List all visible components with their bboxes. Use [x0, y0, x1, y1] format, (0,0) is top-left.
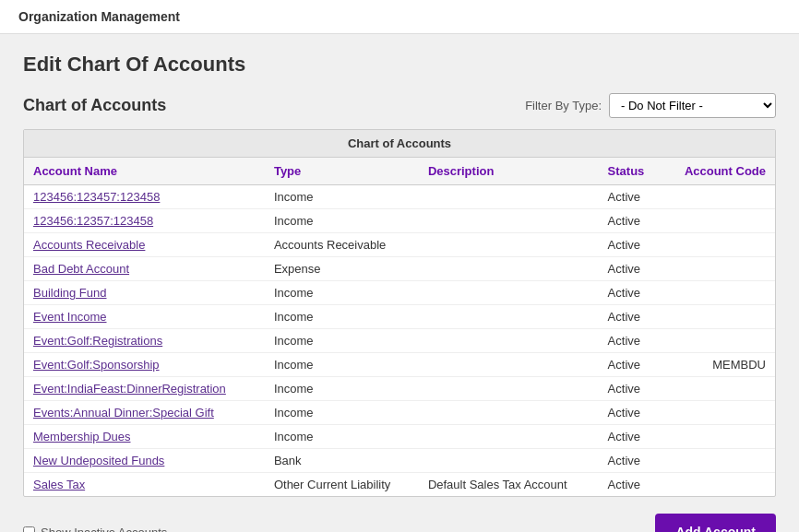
account-type-cell: Accounts Receivable	[265, 233, 419, 257]
account-code-cell	[662, 401, 775, 425]
account-name-cell: Event:Golf:Sponsorship	[24, 353, 265, 377]
account-name-link[interactable]: Event:Golf:Sponsorship	[33, 358, 160, 372]
table-row: Events:Annual Dinner:Special GiftIncomeA…	[24, 401, 775, 425]
table-row: Event:Golf:RegistrationsIncomeActive	[24, 329, 775, 353]
account-type-cell: Income	[265, 185, 419, 209]
table-row: 123456:123457:123458IncomeActive	[24, 185, 775, 209]
account-type-cell: Income	[265, 329, 419, 353]
account-description-cell	[419, 185, 599, 209]
account-type-cell: Expense	[265, 257, 419, 281]
account-code-cell	[662, 329, 775, 353]
account-name-cell: Building Fund	[24, 281, 265, 305]
top-bar: Organization Management	[0, 0, 799, 34]
col-account-name[interactable]: Account Name	[24, 158, 265, 185]
account-name-cell: Accounts Receivable	[24, 233, 265, 257]
account-name-cell: Sales Tax	[24, 473, 265, 497]
add-account-button[interactable]: Add Account	[655, 514, 776, 532]
table-row: Bad Debt AccountExpenseActive	[24, 257, 775, 281]
account-name-cell: 123456:12357:123458	[24, 209, 265, 233]
table-row: Event:IndiaFeast:DinnerRegistrationIncom…	[24, 377, 775, 401]
account-name-link[interactable]: 123456:123457:123458	[33, 190, 160, 204]
account-name-link[interactable]: Accounts Receivable	[33, 238, 145, 252]
table-row: New Undeposited FundsBankActive	[24, 449, 775, 473]
account-description-cell	[419, 353, 599, 377]
show-inactive-label[interactable]: Show Inactive Accounts	[23, 526, 167, 533]
table-row: Event IncomeIncomeActive	[24, 305, 775, 329]
account-status-cell: Active	[599, 305, 662, 329]
account-code-cell	[662, 257, 775, 281]
account-code-cell	[662, 281, 775, 305]
account-name-cell: New Undeposited Funds	[24, 449, 265, 473]
accounts-table-container: Chart of Accounts Account Name Type Desc…	[23, 129, 776, 497]
table-header-row: Account Name Type Description Status Acc…	[24, 158, 775, 185]
account-type-cell: Bank	[265, 449, 419, 473]
account-type-cell: Income	[265, 425, 419, 449]
account-name-link[interactable]: Events:Annual Dinner:Special Gift	[33, 406, 214, 420]
account-status-cell: Active	[599, 473, 662, 497]
page-wrapper: Organization Management Edit Chart Of Ac…	[0, 0, 799, 532]
account-name-cell: 123456:123457:123458	[24, 185, 265, 209]
account-name-link[interactable]: Event:IndiaFeast:DinnerRegistration	[33, 382, 226, 396]
section-header: Chart of Accounts Filter By Type: - Do N…	[23, 93, 776, 118]
col-type[interactable]: Type	[265, 158, 419, 185]
account-name-link[interactable]: Event Income	[33, 310, 107, 324]
main-content: Edit Chart Of Accounts Chart of Accounts…	[0, 34, 799, 532]
account-name-cell: Bad Debt Account	[24, 257, 265, 281]
account-type-cell: Income	[265, 353, 419, 377]
account-name-link[interactable]: Membership Dues	[33, 430, 131, 443]
account-code-cell	[662, 209, 775, 233]
filter-type-select[interactable]: - Do Not Filter - Income Expense Bank Ac…	[609, 93, 776, 118]
filter-label: Filter By Type:	[525, 99, 602, 112]
account-code-cell	[662, 473, 775, 497]
account-name-link[interactable]: Bad Debt Account	[33, 262, 129, 276]
account-status-cell: Active	[599, 209, 662, 233]
accounts-table: Account Name Type Description Status Acc…	[24, 158, 775, 496]
filter-area: Filter By Type: - Do Not Filter - Income…	[525, 93, 776, 118]
account-status-cell: Active	[599, 449, 662, 473]
account-description-cell	[419, 377, 599, 401]
account-name-link[interactable]: Building Fund	[33, 286, 107, 300]
col-description[interactable]: Description	[419, 158, 599, 185]
account-type-cell: Income	[265, 401, 419, 425]
account-status-cell: Active	[599, 401, 662, 425]
account-description-cell	[419, 209, 599, 233]
account-description-cell	[419, 449, 599, 473]
account-description-cell	[419, 425, 599, 449]
account-code-cell	[662, 425, 775, 449]
account-name-cell: Event Income	[24, 305, 265, 329]
account-status-cell: Active	[599, 329, 662, 353]
account-name-cell: Membership Dues	[24, 425, 265, 449]
account-code-cell: MEMBDU	[662, 353, 775, 377]
account-name-link[interactable]: 123456:12357:123458	[33, 214, 153, 228]
account-name-link[interactable]: Event:Golf:Registrations	[33, 334, 162, 348]
account-code-cell	[662, 233, 775, 257]
account-name-link[interactable]: Sales Tax	[33, 478, 85, 491]
account-description-cell	[419, 257, 599, 281]
account-description-cell	[419, 401, 599, 425]
account-status-cell: Active	[599, 281, 662, 305]
account-code-cell	[662, 305, 775, 329]
table-row: Event:Golf:SponsorshipIncomeActiveMEMBDU	[24, 353, 775, 377]
col-account-code[interactable]: Account Code	[662, 158, 775, 185]
show-inactive-checkbox[interactable]	[23, 526, 35, 533]
account-type-cell: Income	[265, 281, 419, 305]
account-description-cell: Default Sales Tax Account	[419, 473, 599, 497]
section-title: Chart of Accounts	[23, 96, 166, 115]
account-type-cell: Income	[265, 377, 419, 401]
table-row: Building FundIncomeActive	[24, 281, 775, 305]
account-type-cell: Other Current Liability	[265, 473, 419, 497]
account-status-cell: Active	[599, 377, 662, 401]
account-description-cell	[419, 281, 599, 305]
top-bar-title: Organization Management	[18, 9, 180, 24]
footer-row: Show Inactive Accounts Add Account	[23, 510, 776, 532]
account-description-cell	[419, 305, 599, 329]
account-type-cell: Income	[265, 209, 419, 233]
account-status-cell: Active	[599, 185, 662, 209]
table-section-title: Chart of Accounts	[24, 130, 775, 158]
account-description-cell	[419, 329, 599, 353]
account-status-cell: Active	[599, 233, 662, 257]
table-row: Sales TaxOther Current LiabilityDefault …	[24, 473, 775, 497]
account-name-link[interactable]: New Undeposited Funds	[33, 454, 164, 467]
col-status[interactable]: Status	[599, 158, 662, 185]
account-status-cell: Active	[599, 425, 662, 449]
